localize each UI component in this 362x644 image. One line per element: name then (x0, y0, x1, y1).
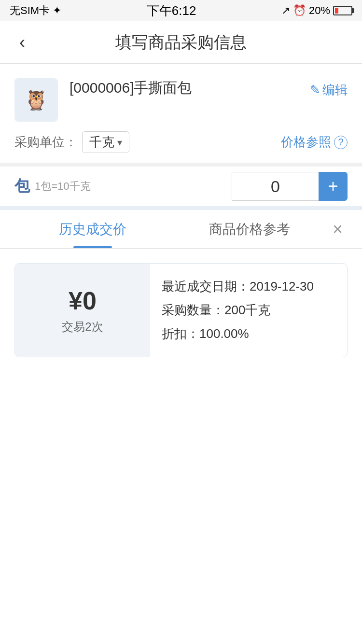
tab-price-ref-label: 商品价格参考 (209, 220, 290, 238)
help-icon[interactable]: ? (334, 136, 348, 149)
nav-bar: ‹ 填写商品采购信息 (0, 21, 362, 64)
history-price-section: ¥0 交易2次 (15, 264, 150, 357)
battery-icon (333, 6, 352, 15)
history-quantity: 采购数量：200千克 (162, 302, 335, 319)
tab-header: 历史成交价 商品价格参考 × (0, 210, 362, 249)
product-image: 🦉 (24, 89, 48, 112)
product-thumbnail: 🦉 (14, 78, 58, 122)
quantity-row: 包 1包=10千克 0 + (0, 167, 362, 210)
quantity-unit-sub: 1包=10千克 (35, 179, 91, 194)
product-info: [0000006]手撕面包 ✎ 编辑 (70, 78, 348, 102)
back-button[interactable]: ‹ (14, 28, 30, 57)
history-trade-times: 交易2次 (62, 319, 103, 335)
history-card: ¥0 交易2次 最近成交日期：2019-12-30 采购数量：200千克 折扣：… (14, 263, 348, 357)
unit-label: 采购单位： (14, 134, 77, 151)
battery-percent: 20% (309, 4, 330, 17)
product-unit-row: 采购单位： 千克 ▾ 价格参照 ? (14, 131, 348, 153)
dropdown-arrow-icon: ▾ (117, 137, 122, 148)
quantity-input[interactable]: 0 (232, 172, 319, 201)
history-details-section: 最近成交日期：2019-12-30 采购数量：200千克 折扣：100.00% (150, 264, 347, 357)
status-left: 无SIM卡 ✦ (10, 3, 61, 18)
status-right: ↗ ⏰ 20% (281, 4, 352, 17)
history-content: ¥0 交易2次 最近成交日期：2019-12-30 采购数量：200千克 折扣：… (0, 249, 362, 372)
tab-history-price[interactable]: 历史成交价 (14, 210, 171, 248)
unit-dropdown[interactable]: 千克 ▾ (82, 131, 129, 153)
tab-active-indicator (73, 246, 112, 248)
edit-icon: ✎ (310, 83, 320, 98)
unit-value: 千克 (89, 134, 114, 151)
product-name: [0000006]手撕面包 (70, 78, 192, 98)
status-time: 下午6:12 (147, 2, 196, 19)
quantity-label: 包 1包=10千克 (14, 176, 91, 197)
tab-price-ref[interactable]: 商品价格参考 (171, 210, 327, 248)
quantity-unit-main: 包 (14, 176, 30, 197)
alarm-icon: ⏰ (293, 4, 306, 17)
edit-button[interactable]: ✎ 编辑 (310, 82, 348, 98)
history-discount: 折扣：100.00% (162, 325, 335, 342)
product-header: 🦉 [0000006]手撕面包 ✎ 编辑 (14, 78, 348, 122)
quantity-plus-button[interactable]: + (319, 172, 348, 201)
tab-close-button[interactable]: × (328, 214, 348, 244)
page-title: 填写商品采购信息 (115, 31, 247, 54)
price-ref-label: 价格参照 (281, 134, 331, 151)
location-icon: ↗ (281, 4, 290, 17)
edit-label: 编辑 (322, 82, 348, 98)
price-ref-button[interactable]: 价格参照 ? (281, 134, 348, 151)
quantity-input-area: 0 + (232, 172, 348, 201)
product-card: 🦉 [0000006]手撕面包 ✎ 编辑 采购单位： 千克 ▾ 价格参照 ? (0, 64, 362, 167)
history-last-date: 最近成交日期：2019-12-30 (162, 278, 335, 295)
history-price-value: ¥0 (69, 286, 97, 315)
tab-history-label: 历史成交价 (59, 220, 126, 238)
status-bar: 无SIM卡 ✦ 下午6:12 ↗ ⏰ 20% (0, 0, 362, 21)
page-body (0, 372, 362, 644)
tab-panel: 历史成交价 商品价格参考 × ¥0 交易2次 最近成交日期：2019-12-30… (0, 210, 362, 372)
carrier-text: 无SIM卡 ✦ (10, 3, 61, 18)
